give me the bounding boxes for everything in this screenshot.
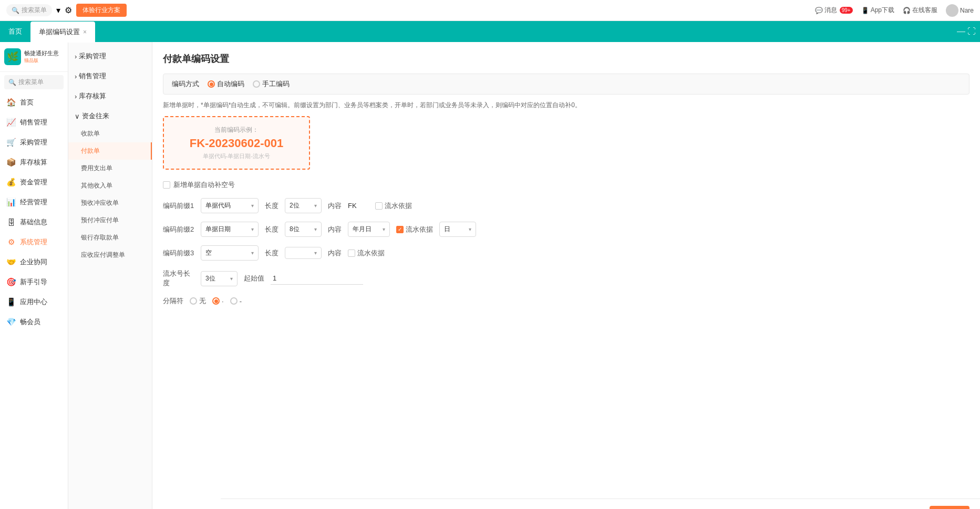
home-icon: 🏠 (6, 98, 16, 107)
sep-dash[interactable]: - (230, 297, 242, 305)
content-2-select[interactable]: 年月日 ▾ (348, 222, 390, 237)
tab-current[interactable]: 单据编码设置 × (30, 22, 95, 43)
main-area: › 采购管理 › 销售管理 › 库存核算 ∨ 资金往来 (68, 42, 980, 509)
sidebar-item-finance[interactable]: 💰 资金管理 (0, 172, 68, 192)
sec-group-purchase: › 采购管理 (68, 47, 152, 65)
code-preview-value: FK-20230602-001 (174, 137, 298, 150)
current-tab-label: 单据编码设置 (39, 27, 80, 37)
online-service-icon-area[interactable]: 🎧 在线客服 (903, 6, 937, 15)
sec-group-label: 库存核算 (79, 91, 106, 101)
sidebar-item-label: 新手引导 (20, 277, 47, 287)
auto-fill-row[interactable]: 新增单据自动补空号 (163, 180, 969, 190)
length-2-select[interactable]: 8位 ▾ (285, 222, 322, 237)
sidebar-item-label: 系统管理 (20, 237, 47, 247)
sec-group-finance: ∨ 资金往来 收款单 付款单 费用支出单 其他收入单 预收冲应收单 预付冲应付单… (68, 107, 152, 264)
secondary-sidebar: › 采购管理 › 销售管理 › 库存核算 ∨ 资金往来 (68, 42, 152, 509)
sidebar-item-label: 企业协同 (20, 257, 47, 267)
prefix-3-select[interactable]: 空 ▾ (201, 245, 259, 261)
serial-check-1[interactable]: 流水依据 (375, 201, 412, 211)
prefix-1-select[interactable]: 单据代码 ▾ (201, 198, 259, 213)
message-label: 消息 (824, 6, 837, 15)
sec-item-receipt[interactable]: 收款单 (68, 125, 152, 142)
serial-checkbox-2[interactable]: ✓ (396, 226, 404, 233)
sidebar-item-enterprise[interactable]: 🤝 企业协同 (0, 252, 68, 272)
purchase-icon: 🛒 (6, 138, 16, 147)
period-select[interactable]: 日 ▾ (439, 222, 476, 237)
sec-item-pre-receipt[interactable]: 预收冲应收单 (68, 194, 152, 212)
sidebar-search-button[interactable]: 🔍 搜索菜单 (4, 75, 64, 89)
auto-fill-label: 新增单据自动补空号 (173, 180, 235, 190)
dropdown-icon[interactable]: ▾ (56, 5, 60, 15)
manual-coding-radio[interactable]: 手工编码 (253, 79, 290, 89)
logo-sub: 猫品版 (24, 57, 59, 64)
sidebar-item-inventory[interactable]: 📦 库存核算 (0, 152, 68, 172)
sidebar-item-operation[interactable]: 📊 经营管理 (0, 192, 68, 212)
auto-coding-radio[interactable]: 自动编码 (208, 79, 244, 89)
content: 付款单编码设置 编码方式 自动编码 手工编码 (152, 42, 980, 509)
logo-text-area: 畅捷通好生意 猫品版 (24, 49, 59, 64)
sep-none[interactable]: 无 (190, 296, 206, 306)
length-2-value: 8位 (290, 225, 300, 234)
chevron-down-icon: ▾ (251, 226, 254, 232)
save-button[interactable]: 保存 (930, 506, 969, 510)
sec-group-label: 销售管理 (79, 71, 106, 81)
length-1-select[interactable]: 2位 ▾ (285, 198, 322, 213)
sep-dot-dot (214, 299, 218, 303)
sec-item-pre-payment[interactable]: 预付冲应付单 (68, 212, 152, 229)
chevron-down-icon: ▾ (314, 203, 317, 209)
top-search-bar[interactable]: 🔍 搜索菜单 (6, 4, 52, 16)
message-icon-area[interactable]: 💬 消息 99+ (815, 6, 853, 15)
sidebar-item-sales[interactable]: 📈 销售管理 (0, 112, 68, 132)
start-value-input[interactable] (271, 272, 363, 285)
tab-close-icon[interactable]: × (83, 28, 87, 36)
prefix-2-select[interactable]: 单据日期 ▾ (201, 222, 259, 237)
sidebar-item-member[interactable]: 💎 畅会员 (0, 312, 68, 332)
operation-icon: 📊 (6, 198, 16, 207)
length-3-select[interactable]: ▾ (285, 247, 322, 259)
content-1-label: 内容 (328, 201, 342, 211)
coding-method-radio-group: 自动编码 手工编码 (208, 79, 290, 89)
sidebar-item-label: 畅会员 (20, 317, 40, 327)
sidebar-item-system[interactable]: ⚙ 系统管理 (0, 232, 68, 252)
sec-group-finance-header[interactable]: ∨ 资金往来 (68, 107, 152, 125)
sidebar-item-purchase[interactable]: 🛒 采购管理 (0, 132, 68, 152)
sidebar-item-basic[interactable]: 🗄 基础信息 (0, 212, 68, 232)
page-title: 付款单编码设置 (163, 53, 969, 65)
sep-dot[interactable]: · (212, 297, 224, 305)
sec-item-other-income[interactable]: 其他收入单 (68, 177, 152, 194)
sec-item-payment[interactable]: 付款单 (68, 142, 152, 160)
sec-group-inventory-header[interactable]: › 库存核算 (68, 87, 152, 105)
trial-button[interactable]: 体验行业方案 (76, 4, 127, 17)
chevron-right-icon: › (75, 53, 77, 60)
content-3-label: 内容 (328, 248, 342, 258)
serial-checkbox-1[interactable] (375, 202, 383, 210)
sidebar-search-icon: 🔍 (8, 79, 16, 86)
mobile-icon: 📱 (861, 7, 869, 14)
app-download-icon-area[interactable]: 📱 App下载 (861, 6, 894, 15)
sec-group-purchase-header[interactable]: › 采购管理 (68, 47, 152, 65)
user-area[interactable]: Nare (946, 4, 974, 17)
sec-group-sales-header[interactable]: › 销售管理 (68, 67, 152, 85)
maximize-button[interactable]: ⛶ (967, 27, 976, 36)
chevron-down-icon: ▾ (314, 226, 317, 232)
sep-dash-label: - (240, 297, 242, 305)
sidebar-item-home[interactable]: 🏠 首页 (0, 92, 68, 112)
sec-item-bank[interactable]: 银行存取款单 (68, 229, 152, 246)
auto-fill-checkbox[interactable] (163, 181, 170, 189)
sidebar-item-label: 应用中心 (20, 297, 47, 307)
serial-check-3[interactable]: 流水依据 (348, 248, 385, 258)
tab-bar-actions: — ⛶ (957, 27, 980, 36)
sidebar-item-guide[interactable]: 🎯 新手引导 (0, 272, 68, 292)
tab-home[interactable]: 首页 (0, 21, 30, 42)
serial-length-select[interactable]: 3位 ▾ (201, 271, 238, 286)
sec-item-expense[interactable]: 费用支出单 (68, 160, 152, 177)
avatar (946, 4, 958, 17)
settings-icon[interactable]: ⚙ (65, 5, 72, 15)
config-row-1-label: 编码前缀1 (163, 201, 194, 211)
sec-item-adjust[interactable]: 应收应付调整单 (68, 246, 152, 264)
serial-check-2[interactable]: ✓ 流水依据 (396, 225, 433, 234)
minimize-button[interactable]: — (957, 27, 965, 36)
sidebar-item-apps[interactable]: 📱 应用中心 (0, 292, 68, 312)
sidebar-search-area[interactable]: 🔍 搜索菜单 (0, 72, 68, 92)
serial-checkbox-3[interactable] (348, 250, 355, 257)
